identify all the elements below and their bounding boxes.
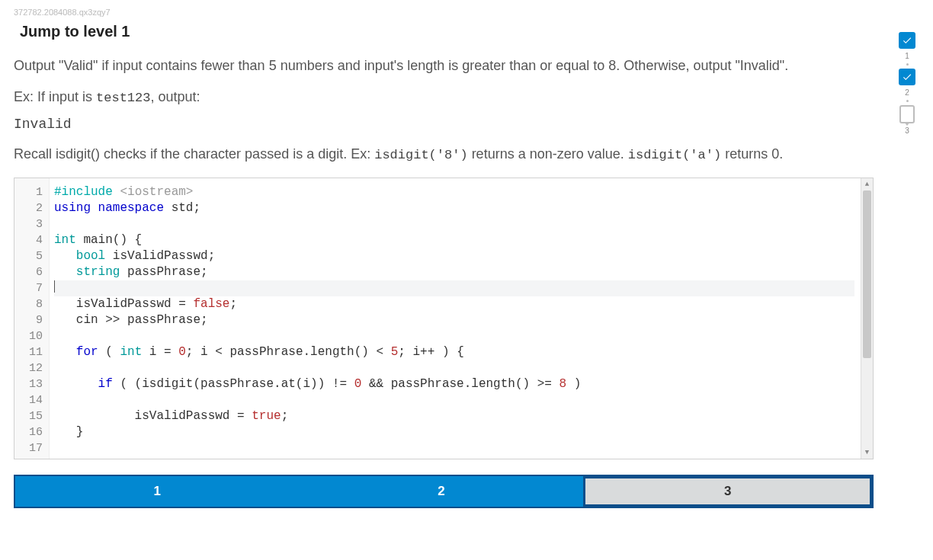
level-tabs: 123	[14, 475, 874, 508]
code-line[interactable]: string passPhrase;	[54, 264, 854, 280]
code-line[interactable]: using namespace std;	[54, 200, 854, 216]
progress-label: 2	[905, 88, 909, 97]
code-line[interactable]: bool isValidPasswd;	[54, 248, 854, 264]
code-editor[interactable]: 1234567891011121314151617 #include <iost…	[14, 178, 874, 459]
code-line[interactable]: isValidPasswd = false;	[54, 296, 854, 312]
prompt-line-3: Recall isdigit() checks if the character…	[14, 142, 870, 167]
check-icon	[902, 35, 912, 46]
code-line[interactable]	[54, 280, 854, 296]
progress-label: 1	[905, 52, 909, 60]
progress-label: 3	[905, 126, 909, 135]
progress-step-1[interactable]	[899, 32, 915, 49]
scroll-up-icon[interactable]: ▲	[861, 178, 873, 190]
level-tab-2[interactable]: 2	[300, 476, 584, 507]
scroll-thumb[interactable]	[863, 190, 871, 358]
jump-header: Jump to level 1	[20, 23, 870, 40]
example-output: Invalid	[14, 117, 870, 132]
code-line[interactable]	[54, 328, 854, 344]
line-gutter: 1234567891011121314151617	[14, 178, 50, 459]
level-tab-1[interactable]: 1	[15, 476, 300, 507]
code-line[interactable]: isValidPasswd = true;	[54, 408, 854, 424]
progress-separator-icon	[906, 63, 909, 66]
prompt-line-2: Ex: If input is test123, output:	[14, 85, 870, 110]
code-line[interactable]	[54, 216, 854, 232]
code-line[interactable]: #include <iostream>	[54, 184, 854, 200]
scroll-down-icon[interactable]: ▼	[861, 446, 873, 459]
progress-column: 123	[895, 32, 919, 135]
editor-scrollbar[interactable]: ▲ ▼	[861, 178, 873, 459]
check-icon	[902, 72, 912, 82]
prompt-line-1: Output "Valid" if input contains fewer t…	[14, 54, 870, 78]
code-line[interactable]: if ( (isdigit(passPhrase.at(i)) != 0 && …	[54, 376, 854, 392]
code-line[interactable]: }	[54, 424, 854, 440]
code-line[interactable]	[54, 392, 854, 408]
progress-separator-icon	[906, 100, 909, 102]
code-line[interactable]	[54, 440, 854, 456]
code-line[interactable]: for ( int i = 0; i < passPhrase.length()…	[54, 344, 854, 360]
level-tab-3[interactable]: 3	[583, 476, 872, 507]
code-line[interactable]: cin >> passPhrase;	[54, 312, 854, 328]
meta-id: 372782.2084088.qx3zqy7	[14, 8, 870, 17]
code-line[interactable]	[54, 360, 854, 376]
progress-step-3[interactable]	[899, 105, 915, 123]
code-area[interactable]: #include <iostream>using namespace std;i…	[50, 178, 861, 459]
progress-step-2[interactable]	[899, 69, 915, 85]
code-line[interactable]: int main() {	[54, 232, 854, 248]
